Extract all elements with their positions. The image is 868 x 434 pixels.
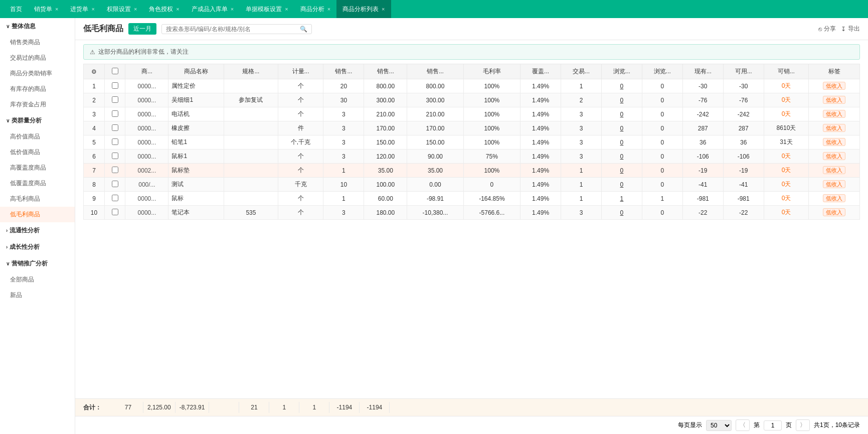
nav-product-storage[interactable]: 产成品入库单 × — [186, 0, 240, 18]
col-checkbox[interactable] — [105, 64, 125, 79]
filter-recent-month-button[interactable]: 近一月 — [128, 23, 156, 35]
sidebar-group-overall[interactable]: ∨ 整体信息 — [0, 18, 75, 35]
row-checkbox[interactable] — [105, 79, 125, 93]
sidebar-item-low-margin[interactable]: 低毛利商品 — [0, 207, 75, 222]
nav-purchase-order[interactable]: 进货单 × — [64, 0, 100, 18]
row-checkbox[interactable] — [105, 150, 125, 164]
row-view1[interactable]: 0 — [601, 79, 642, 93]
col-coverage: 覆盖... — [520, 64, 561, 79]
nav-sales-order[interactable]: 销货单 × — [28, 0, 64, 18]
row-view1[interactable]: 0 — [601, 206, 642, 220]
row-view2: 0 — [642, 93, 682, 107]
row-margin-rate: 100% — [463, 164, 520, 178]
nav-role-auth[interactable]: 角色授权 × — [143, 0, 185, 18]
close-icon[interactable]: × — [55, 6, 58, 12]
row-checkbox[interactable] — [105, 164, 125, 178]
nav-home[interactable]: 首页 — [4, 0, 28, 18]
close-icon[interactable]: × — [134, 6, 137, 12]
row-current-stock: -242 — [682, 107, 723, 121]
row-view1[interactable]: 0 — [601, 150, 642, 164]
next-page-button[interactable]: 〉 — [796, 419, 810, 431]
row-checkbox[interactable] — [105, 206, 125, 220]
row-tag: 低收入 — [809, 135, 860, 150]
row-margin-rate: 100% — [463, 93, 520, 107]
sidebar-item-sales-products[interactable]: 销售类商品 — [0, 35, 75, 50]
row-view1[interactable]: 0 — [601, 93, 642, 107]
row-checkbox[interactable] — [105, 192, 125, 206]
row-checkbox[interactable] — [105, 107, 125, 121]
close-icon[interactable]: × — [91, 6, 94, 12]
share-button[interactable]: ⎋ 分享 — [818, 25, 836, 33]
per-page-select[interactable]: 50 100 200 — [706, 420, 732, 431]
sidebar-item-stocked-products[interactable]: 有库存的商品 — [0, 81, 75, 97]
table-row: 5 0000... 铅笔1 个,千克 3 150.00 150.00 100% … — [84, 135, 860, 150]
table-wrapper: ⚙ 商... 商品名称 规格... 计量... 销售... 销售... 销售..… — [75, 64, 868, 398]
page-number-input[interactable] — [764, 420, 782, 430]
row-sales-qty: 3 — [323, 135, 364, 150]
close-icon[interactable]: × — [285, 6, 288, 12]
row-sales-qty: 10 — [323, 178, 364, 192]
search-input[interactable] — [166, 26, 300, 33]
sidebar-item-stock-capital[interactable]: 库存资金占用 — [0, 97, 75, 112]
sidebar-item-high-value[interactable]: 高价值商品 — [0, 129, 75, 144]
sidebar-group-cluster[interactable]: ∨ 类群量分析 — [0, 112, 75, 129]
row-name[interactable]: 笔记本 — [168, 206, 224, 220]
sidebar-item-high-coverage[interactable]: 高覆盖度商品 — [0, 160, 75, 176]
row-name[interactable]: 鼠标 — [168, 192, 224, 206]
table-row: 9 0000... 鼠标 个 1 60.00 -98.91 -164.85% 1… — [84, 192, 860, 206]
nav-template-settings[interactable]: 单据模板设置 × — [240, 0, 294, 18]
table-row: 3 0000... 电话机 个 3 210.00 210.00 100% 1.4… — [84, 107, 860, 121]
sidebar-group-growth[interactable]: › 成长性分析 — [0, 239, 75, 255]
row-name[interactable]: 属性定价 — [168, 79, 224, 93]
row-checkbox[interactable] — [105, 93, 125, 107]
row-checkbox[interactable] — [105, 178, 125, 192]
export-icon: ↧ — [841, 26, 846, 33]
row-name[interactable]: 橡皮擦 — [168, 121, 224, 135]
sidebar-item-low-coverage[interactable]: 低覆盖度商品 — [0, 176, 75, 191]
row-name[interactable]: 电话机 — [168, 107, 224, 121]
row-checkbox[interactable] — [105, 135, 125, 150]
sidebar-item-category-rate[interactable]: 商品分类助销率 — [0, 66, 75, 81]
nav-product-analysis[interactable]: 商品分析 × — [294, 0, 336, 18]
search-icon[interactable]: 🔍 — [300, 26, 307, 33]
row-view1[interactable]: 0 — [601, 164, 642, 178]
export-button[interactable]: ↧ 导出 — [841, 25, 860, 33]
row-name[interactable]: 吴细细1 — [168, 93, 224, 107]
close-icon[interactable]: × — [382, 6, 385, 12]
nav-product-analysis-list[interactable]: 商品分析列表 × — [336, 0, 391, 18]
prev-page-button[interactable]: 〈 — [736, 419, 750, 431]
row-name[interactable]: 鼠标垫 — [168, 164, 224, 178]
sidebar-group-marketing[interactable]: ∨ 营销推广分析 — [0, 255, 75, 272]
row-view1[interactable]: 0 — [601, 107, 642, 121]
row-view1[interactable]: 0 — [601, 135, 642, 150]
close-icon[interactable]: × — [231, 6, 234, 12]
row-coverage: 1.49% — [520, 79, 561, 93]
col-settings[interactable]: ⚙ — [84, 64, 105, 79]
close-icon[interactable]: × — [327, 6, 330, 12]
col-name: 商品名称 — [168, 64, 224, 79]
row-view1[interactable]: 0 — [601, 178, 642, 192]
select-all-checkbox[interactable] — [112, 68, 118, 74]
close-icon[interactable]: × — [176, 6, 179, 12]
row-name[interactable]: 铅笔1 — [168, 135, 224, 150]
row-sales-amount: 35.00 — [407, 164, 463, 178]
row-code: 0000... — [125, 121, 168, 135]
row-current-stock: -981 — [682, 192, 723, 206]
sidebar-item-high-margin[interactable]: 高毛利商品 — [0, 191, 75, 207]
row-view2: 0 — [642, 206, 682, 220]
row-view1[interactable]: 0 — [601, 121, 642, 135]
sidebar-group-circulation[interactable]: › 流通性分析 — [0, 222, 75, 239]
nav-permissions[interactable]: 权限设置 × — [101, 0, 143, 18]
sidebar-item-all-products[interactable]: 全部商品 — [0, 272, 75, 287]
row-checkbox[interactable] — [105, 121, 125, 135]
row-name[interactable]: 鼠标1 — [168, 150, 224, 164]
sidebar-item-low-value[interactable]: 低价值商品 — [0, 144, 75, 160]
row-view1[interactable]: 1 — [601, 192, 642, 206]
row-available-stock: -76 — [723, 93, 764, 107]
sidebar-item-traded-products[interactable]: 交易过的商品 — [0, 50, 75, 66]
row-unit: 千克 — [278, 178, 323, 192]
sidebar-item-new-products[interactable]: 新品 — [0, 287, 75, 303]
row-available-stock: -41 — [723, 178, 764, 192]
row-name[interactable]: 测试 — [168, 178, 224, 192]
col-available-stock: 可用... — [723, 64, 764, 79]
